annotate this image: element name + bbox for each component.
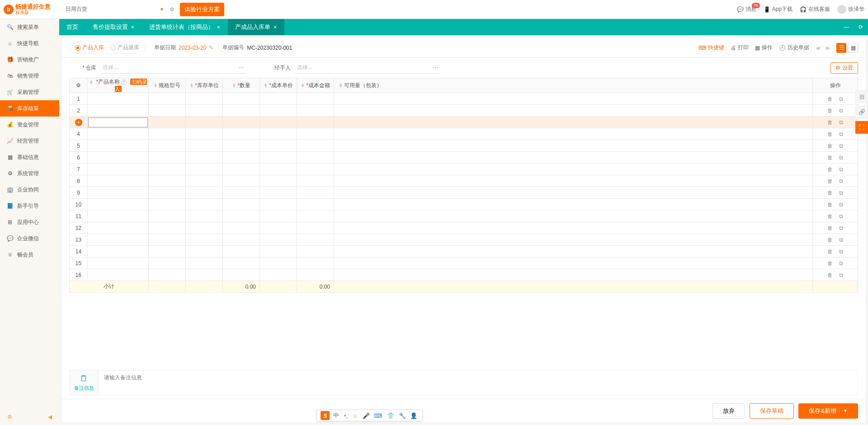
sidebar-item-12[interactable]: ⊞应用中心	[0, 214, 59, 230]
print-button[interactable]: 🖨 打印	[731, 44, 749, 51]
ime-skin-icon[interactable]: 👕	[387, 412, 394, 419]
more-icon[interactable]: ⋯	[238, 65, 244, 71]
copy-row-icon[interactable]: ⧉	[839, 166, 843, 173]
ime-emoji-icon[interactable]: ☺	[352, 412, 358, 419]
scan-badge[interactable]: 扫码录入	[115, 79, 147, 92]
view-grid-button[interactable]: ▦	[848, 43, 858, 53]
help-icon[interactable]: ?	[121, 79, 127, 85]
col-spec[interactable]: ▲▼规格型号	[149, 78, 186, 93]
sidebar-item-3[interactable]: 🛍销售管理	[0, 68, 59, 84]
tab-1[interactable]: 售价提取设置✕	[85, 19, 142, 35]
ime-mic-icon[interactable]: 🎤	[363, 412, 370, 419]
operation-button[interactable]: ▦ 操作	[755, 44, 773, 51]
ime-punct-icon[interactable]: •,	[344, 412, 348, 419]
col-product-name[interactable]: ▲▼ *产品名称 ? 扫码录入	[88, 78, 149, 93]
ime-keyboard-icon[interactable]: ⌨	[374, 412, 382, 419]
delete-row-icon[interactable]: 🗑	[827, 131, 833, 137]
sidebar-item-8[interactable]: ▦基础信息	[0, 149, 59, 165]
copy-row-icon[interactable]: ⧉	[839, 213, 843, 220]
sidebar-item-7[interactable]: 📈经营管理	[0, 133, 59, 149]
sidebar-item-10[interactable]: 🏢企业协同	[0, 182, 59, 198]
delete-row-icon[interactable]: 🗑	[827, 119, 833, 126]
table-row[interactable]: 8🗑⧉	[70, 175, 858, 187]
table-row[interactable]: 13🗑⧉	[70, 234, 858, 246]
settings-button[interactable]: ⚙ 设置	[830, 62, 858, 74]
ime-user-icon[interactable]: 👤	[410, 412, 417, 419]
col-available[interactable]: ▲▼可用量（包装）	[334, 78, 813, 93]
copy-row-icon[interactable]: ⧉	[839, 154, 843, 161]
online-service-button[interactable]: 🎧 在线客服	[800, 5, 830, 13]
table-row[interactable]: 16🗑⧉	[70, 269, 858, 281]
rail-btn-3[interactable]: ⛶	[855, 121, 868, 134]
user-menu[interactable]: 徐泽华	[837, 5, 864, 14]
table-row[interactable]: 7🗑⧉	[70, 163, 858, 175]
delete-row-icon[interactable]: 🗑	[827, 272, 833, 278]
gear-icon[interactable]: ⚙	[170, 6, 175, 13]
delete-row-icon[interactable]: 🗑	[827, 190, 833, 196]
ime-tool-icon[interactable]: 🔧	[399, 412, 406, 419]
table-row[interactable]: 11🗑⧉	[70, 210, 858, 222]
edit-icon[interactable]: ✎	[209, 45, 213, 51]
tab-2[interactable]: 进货单统计表（按商品）✕	[142, 19, 228, 35]
warehouse-select[interactable]: 选择... ⋯	[101, 62, 245, 74]
copy-row-icon[interactable]: ⧉	[839, 178, 843, 184]
delete-row-icon[interactable]: 🗑	[827, 260, 833, 266]
close-icon[interactable]: ✕	[217, 24, 221, 30]
tab-3[interactable]: 产成品入库单✕	[228, 19, 284, 35]
more-icon[interactable]: ⋯	[433, 65, 438, 71]
app-download-button[interactable]: 📱 App下载	[764, 5, 793, 13]
copy-row-icon[interactable]: ⧉	[839, 96, 843, 102]
table-row[interactable]: 6🗑⧉	[70, 152, 858, 163]
copy-row-icon[interactable]: ⧉	[839, 143, 843, 149]
table-row[interactable]: 2🗑⧉	[70, 105, 858, 117]
trial-button[interactable]: 体验行业方案	[180, 3, 224, 16]
copy-row-icon[interactable]: ⧉	[839, 225, 843, 231]
delete-row-icon[interactable]: 🗑	[827, 154, 833, 161]
close-icon[interactable]: ✕	[273, 24, 277, 30]
radio-product-out[interactable]: 产品退库	[110, 44, 139, 51]
delete-row-icon[interactable]: 🗑	[827, 107, 833, 114]
copy-row-icon[interactable]: ⧉	[839, 260, 843, 266]
delete-row-icon[interactable]: 🗑	[827, 237, 833, 243]
copy-row-icon[interactable]: ⧉	[839, 119, 843, 126]
delete-row-icon[interactable]: 🗑	[827, 96, 833, 102]
tab-0[interactable]: 首页	[59, 19, 85, 35]
table-row[interactable]: 15🗑⧉	[70, 257, 858, 269]
col-amount[interactable]: ▲▼*成本金额	[297, 78, 334, 93]
settings-icon[interactable]: ⚙	[7, 414, 12, 420]
next-doc-button[interactable]: ▶	[826, 45, 830, 51]
handler-select[interactable]: 选择... ⋯	[295, 62, 440, 74]
history-button[interactable]: 🕘 历史单据	[779, 44, 809, 51]
collapse-icon[interactable]: ◀	[48, 414, 52, 420]
ime-toolbar[interactable]: S 中 •, ☺ 🎤 ⌨ 👕 🔧 👤	[316, 410, 423, 421]
sidebar-item-14[interactable]: ♕畅会员	[0, 247, 59, 263]
ime-lang[interactable]: 中	[333, 411, 339, 420]
shortcut-button[interactable]: ⌨ 快捷键	[698, 44, 724, 51]
delete-row-icon[interactable]: 🗑	[827, 166, 833, 173]
sidebar-item-9[interactable]: ⚙系统管理	[0, 165, 59, 182]
copy-row-icon[interactable]: ⧉	[839, 237, 843, 243]
col-price[interactable]: ▲▼*成本单价	[260, 78, 297, 93]
minimize-tab-button[interactable]: —	[839, 19, 854, 35]
table-row[interactable]: 12🗑⧉	[70, 222, 858, 234]
sidebar-item-5[interactable]: 📦库存核算	[0, 100, 59, 117]
copy-row-icon[interactable]: ⧉	[839, 201, 843, 208]
copy-row-icon[interactable]: ⧉	[839, 248, 843, 255]
column-config-button[interactable]: ⚙	[70, 78, 88, 93]
sidebar-item-1[interactable]: ⌂快捷导航	[0, 35, 59, 51]
doc-date-value[interactable]: 2023-03-20	[179, 45, 206, 51]
radio-product-in[interactable]: 产品入库	[75, 44, 104, 51]
copy-row-icon[interactable]: ⧉	[839, 107, 843, 114]
add-row-icon[interactable]: +	[75, 119, 82, 126]
col-qty[interactable]: ▲▼*数量	[223, 78, 260, 93]
rail-btn-2[interactable]: 🔗	[855, 106, 868, 118]
delete-row-icon[interactable]: 🗑	[827, 143, 833, 149]
prev-doc-button[interactable]: ◀	[816, 45, 820, 51]
discard-button[interactable]: 放弃	[712, 403, 745, 419]
table-row[interactable]: 4🗑⧉	[70, 128, 858, 140]
delete-row-icon[interactable]: 🗑	[827, 201, 833, 208]
product-name-input[interactable]	[88, 117, 148, 127]
table-row[interactable]: 5🗑⧉	[70, 140, 858, 152]
table-row[interactable]: 9🗑⧉	[70, 187, 858, 199]
close-icon[interactable]: ✕	[131, 24, 135, 30]
